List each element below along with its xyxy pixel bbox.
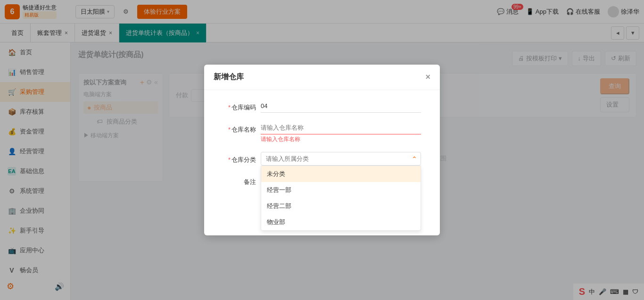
remark-label: 备注 xyxy=(223,174,261,186)
code-input[interactable] xyxy=(261,100,421,113)
category-arrow-icon[interactable]: ⌃ xyxy=(412,155,417,163)
name-field-row: 仓库名称 请输入仓库名称 xyxy=(223,121,421,143)
category-dropdown: 未分类 经营一部 经营二部 物业部 xyxy=(261,166,421,231)
code-label: 仓库编码 xyxy=(223,100,261,112)
modal-body: 仓库编码 仓库名称 请输入仓库名称 仓库分类 ⌃ xyxy=(204,90,440,205)
modal-close-button[interactable]: × xyxy=(425,72,430,82)
modal-title: 新增仓库 xyxy=(214,72,244,82)
dropdown-item-ops2[interactable]: 经营二部 xyxy=(261,198,421,214)
category-label: 仓库分类 xyxy=(223,152,261,164)
code-field-row: 仓库编码 xyxy=(223,100,421,113)
dropdown-item-property[interactable]: 物业部 xyxy=(261,214,421,230)
name-label: 仓库名称 xyxy=(223,122,261,134)
name-error-msg: 请输入仓库名称 xyxy=(261,135,300,143)
add-warehouse-modal: 新增仓库 × 仓库编码 仓库名称 请输入仓库名称 xyxy=(204,65,440,235)
category-input[interactable] xyxy=(261,152,421,166)
modal-header: 新增仓库 × xyxy=(204,65,440,90)
dropdown-item-unclassified[interactable]: 未分类 xyxy=(261,166,421,182)
name-input[interactable] xyxy=(261,121,421,134)
category-field-row: 仓库分类 ⌃ 未分类 经营一部 xyxy=(223,152,421,166)
category-select-wrapper: ⌃ 未分类 经营一部 经营二部 xyxy=(261,152,421,166)
dropdown-item-ops1[interactable]: 经营一部 xyxy=(261,182,421,198)
